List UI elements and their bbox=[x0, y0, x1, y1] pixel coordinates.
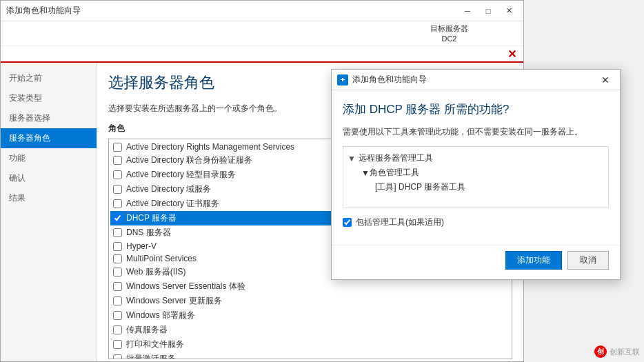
watermark-text: 创新互联 bbox=[610, 347, 640, 357]
role-checkbox-ad-rms[interactable] bbox=[113, 143, 122, 152]
feature-tree-remote-mgmt: ▼ 远程服务器管理工具 bbox=[348, 151, 604, 165]
dialog-close-button[interactable]: ✕ bbox=[596, 73, 614, 87]
dialog-title-label: 添加角色和功能向导 bbox=[352, 74, 427, 86]
role-checkbox-ad-fs[interactable] bbox=[113, 156, 122, 165]
sidebar-item-features[interactable]: 功能 bbox=[1, 148, 97, 168]
expand-remote-mgmt-icon: ▼ bbox=[348, 154, 356, 163]
progress-area: 目标服务器 DC2 bbox=[1, 21, 523, 46]
role-label-iis: Web 服务器(IIS) bbox=[126, 266, 185, 278]
role-checkbox-fax[interactable] bbox=[113, 325, 122, 334]
dialog-icon bbox=[337, 74, 348, 86]
include-mgmt-tools-checkbox[interactable] bbox=[343, 218, 352, 227]
feature-label-role-mgmt: 角色管理工具 bbox=[370, 167, 419, 179]
role-checkbox-ad-lds[interactable] bbox=[113, 170, 122, 179]
role-checkbox-wds[interactable] bbox=[113, 311, 122, 320]
role-label-wsus: Windows Server 更新服务 bbox=[126, 295, 222, 307]
role-checkbox-vol-act[interactable] bbox=[113, 354, 122, 359]
role-checkbox-dhcp[interactable] bbox=[113, 214, 122, 223]
feature-tree-role-mgmt: ▼ 角色管理工具 bbox=[361, 165, 604, 180]
role-checkbox-dns[interactable] bbox=[113, 228, 122, 237]
main-title-bar: 添加角色和功能向导 ─ □ ✕ bbox=[1, 1, 523, 21]
main-close-button[interactable]: ✕ bbox=[500, 4, 518, 18]
role-checkbox-multipoint[interactable] bbox=[113, 254, 122, 263]
role-item-vol-act[interactable]: 批量激活服务 bbox=[110, 352, 510, 359]
role-label-wds: Windows 部署服务 bbox=[126, 310, 195, 321]
maximize-button[interactable]: □ bbox=[479, 4, 497, 18]
role-checkbox-print[interactable] bbox=[113, 340, 122, 349]
role-item-wsus[interactable]: Windows Server 更新服务 bbox=[110, 294, 510, 308]
red-x-icon[interactable]: ✕ bbox=[507, 48, 516, 61]
dialog-desc: 需要使用以下工具来管理此功能，但不需要安装在同一服务器上。 bbox=[343, 125, 609, 138]
sidebar-item-confirm[interactable]: 确认 bbox=[1, 168, 97, 188]
sidebar-item-server-roles[interactable]: 服务器角色 bbox=[1, 128, 97, 148]
minimize-button[interactable]: ─ bbox=[459, 4, 476, 18]
cancel-button[interactable]: 取消 bbox=[567, 251, 609, 270]
role-label-ad-ds: Active Directory 域服务 bbox=[126, 183, 211, 195]
feature-tree-dhcp-tools: [工具] DHCP 服务器工具 bbox=[375, 180, 604, 194]
sidebar-item-results[interactable]: 结果 bbox=[1, 188, 97, 208]
svg-rect-2 bbox=[342, 78, 343, 81]
expand-role-mgmt-icon: ▼ bbox=[361, 168, 370, 178]
role-label-multipoint: MultiPoint Services bbox=[126, 254, 197, 263]
role-item-wds[interactable]: Windows 部署服务 bbox=[110, 308, 510, 323]
sidebar-item-install-type[interactable]: 安装类型 bbox=[1, 88, 97, 108]
main-window-title: 添加角色和功能向导 bbox=[6, 5, 81, 17]
feature-tree: ▼ 远程服务器管理工具 ▼ 角色管理工具 [工具] DHCP 服务器工具 bbox=[343, 146, 609, 208]
dialog-heading: 添加 DHCP 服务器 所需的功能? bbox=[343, 101, 609, 117]
role-label-dhcp: DHCP 服务器 bbox=[126, 212, 177, 224]
red-x-bar: ✕ bbox=[1, 46, 523, 63]
role-item-print[interactable]: 打印和文件服务 bbox=[110, 337, 510, 352]
dialog-title-bar: 添加角色和功能向导 ✕ bbox=[332, 70, 620, 90]
dialog-body: 添加 DHCP 服务器 所需的功能? 需要使用以下工具来管理此功能，但不需要安装… bbox=[332, 90, 620, 245]
role-label-vol-act: 批量激活服务 bbox=[126, 353, 176, 359]
sidebar-item-server-select[interactable]: 服务器选择 bbox=[1, 108, 97, 128]
include-mgmt-tools-row: 包括管理工具(如果适用) bbox=[343, 217, 609, 228]
role-checkbox-ad-cs[interactable] bbox=[113, 199, 122, 208]
target-server-name: DC2 bbox=[430, 34, 468, 43]
dialog: 添加角色和功能向导 ✕ 添加 DHCP 服务器 所需的功能? 需要使用以下工具来… bbox=[331, 69, 621, 280]
role-label-wse: Windows Server Essentials 体验 bbox=[126, 281, 245, 292]
role-checkbox-hyper-v[interactable] bbox=[113, 242, 122, 251]
role-label-ad-fs: Active Directory 联合身份验证服务 bbox=[126, 154, 252, 166]
sidebar: 开始之前 安装类型 服务器选择 服务器角色 功能 确认 结果 bbox=[1, 63, 97, 361]
feature-label-dhcp-tools: [工具] DHCP 服务器工具 bbox=[375, 181, 465, 193]
role-label-dns: DNS 服务器 bbox=[126, 227, 171, 239]
title-bar-controls: ─ □ ✕ bbox=[459, 4, 518, 18]
role-item-wse[interactable]: Windows Server Essentials 体验 bbox=[110, 279, 510, 294]
role-checkbox-wse[interactable] bbox=[113, 282, 122, 291]
feature-label-remote-mgmt: 远程服务器管理工具 bbox=[359, 152, 433, 164]
dialog-title-text: 添加角色和功能向导 bbox=[337, 74, 427, 86]
target-server-box: 目标服务器 DC2 bbox=[430, 23, 468, 43]
role-label-ad-lds: Active Directory 轻型目录服务 bbox=[126, 169, 236, 181]
role-checkbox-iis[interactable] bbox=[113, 268, 122, 276]
role-label-fax: 传真服务器 bbox=[126, 324, 168, 336]
role-item-fax[interactable]: 传真服务器 bbox=[110, 323, 510, 337]
target-server-label: 目标服务器 bbox=[430, 23, 468, 33]
role-label-ad-rms: Active Directory Rights Management Servi… bbox=[126, 142, 294, 152]
role-label-print: 打印和文件服务 bbox=[126, 339, 184, 350]
watermark: 创 创新互联 bbox=[594, 345, 640, 358]
include-mgmt-tools-label: 包括管理工具(如果适用) bbox=[356, 217, 444, 228]
watermark-logo: 创 bbox=[594, 345, 607, 358]
role-label-hyper-v: Hyper-V bbox=[126, 241, 157, 251]
role-checkbox-wsus[interactable] bbox=[113, 296, 122, 305]
sidebar-item-start[interactable]: 开始之前 bbox=[1, 68, 97, 88]
add-feature-button[interactable]: 添加功能 bbox=[505, 251, 562, 270]
dialog-footer: 添加功能 取消 bbox=[332, 245, 620, 279]
role-checkbox-ad-ds[interactable] bbox=[113, 185, 122, 194]
role-label-ad-cs: Active Directory 证书服务 bbox=[126, 198, 219, 210]
